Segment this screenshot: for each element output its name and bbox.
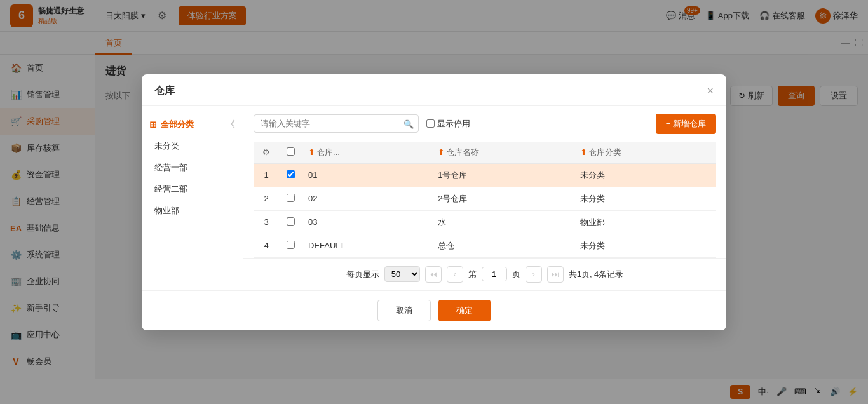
last-page-button[interactable]: ⏭ bbox=[547, 266, 564, 283]
add-warehouse-button[interactable]: + 新增仓库 bbox=[656, 114, 716, 134]
modal-overlay: 仓库 × ⊞ 全部分类 《 未分类 经营一部 经营二部 物业部 bbox=[0, 0, 868, 404]
category-panel: ⊞ 全部分类 《 未分类 经营一部 经营二部 物业部 bbox=[142, 106, 243, 290]
row-code-2: 02 bbox=[302, 187, 431, 210]
row-category-4: 未分类 bbox=[574, 234, 716, 257]
row-code-4: DEFAULT bbox=[302, 234, 431, 257]
table-row[interactable]: 4 DEFAULT 总仓 未分类 bbox=[254, 234, 716, 257]
sort-cat-icon: ⬆ bbox=[580, 147, 587, 157]
per-page-select[interactable]: 50 10 20 100 bbox=[384, 266, 420, 282]
row-name-3: 水 bbox=[431, 210, 574, 234]
row-name-1: 1号仓库 bbox=[431, 163, 574, 187]
show-disabled-label: 显示停用 bbox=[426, 118, 470, 130]
search-input[interactable] bbox=[254, 114, 419, 133]
row-checkbox-3 bbox=[279, 210, 302, 234]
category-item-property[interactable]: 物业部 bbox=[142, 200, 243, 222]
row-name-2: 2号仓库 bbox=[431, 187, 574, 210]
modal-title: 仓库 bbox=[154, 84, 175, 98]
page-label: 第 bbox=[468, 269, 477, 280]
row-action-3: 3 bbox=[254, 210, 279, 234]
search-bar: 🔍 显示停用 + 新增仓库 bbox=[243, 106, 726, 142]
row-code-3: 03 bbox=[302, 210, 431, 234]
modal-close-button[interactable]: × bbox=[707, 85, 714, 97]
search-icon[interactable]: 🔍 bbox=[403, 119, 414, 128]
search-input-wrap: 🔍 bbox=[254, 114, 419, 133]
modal-body: ⊞ 全部分类 《 未分类 经营一部 经营二部 物业部 🔍 bbox=[142, 106, 726, 290]
warehouse-modal: 仓库 × ⊞ 全部分类 《 未分类 经营一部 经营二部 物业部 bbox=[142, 74, 726, 330]
row-checkbox-2 bbox=[279, 187, 302, 210]
col-name: ⬆仓库名称 bbox=[431, 142, 574, 164]
sort-code-icon: ⬆ bbox=[308, 147, 315, 157]
row-checkbox-4 bbox=[279, 234, 302, 257]
collapse-category-button[interactable]: 《 bbox=[226, 119, 235, 130]
row-select-1[interactable] bbox=[287, 170, 295, 178]
page-number-input[interactable] bbox=[482, 267, 507, 281]
row-select-2[interactable] bbox=[287, 194, 295, 202]
prev-page-button[interactable]: ‹ bbox=[447, 266, 463, 283]
row-action-4: 4 bbox=[254, 234, 279, 257]
row-category-2: 未分类 bbox=[574, 187, 716, 210]
row-action-1: 1 bbox=[254, 163, 279, 187]
warehouse-table: ⚙ ⬆仓库... ⬆仓库名称 ⬆仓库分类 1 01 bbox=[243, 142, 726, 258]
warehouse-data-table: ⚙ ⬆仓库... ⬆仓库名称 ⬆仓库分类 1 01 bbox=[254, 142, 716, 258]
category-header: ⊞ 全部分类 《 bbox=[142, 114, 243, 135]
table-row[interactable]: 1 01 1号仓库 未分类 bbox=[254, 163, 716, 187]
row-select-4[interactable] bbox=[287, 241, 295, 249]
grid-icon: ⊞ bbox=[149, 119, 157, 130]
row-category-3: 物业部 bbox=[574, 210, 716, 234]
row-code-1: 01 bbox=[302, 163, 431, 187]
category-all-button[interactable]: ⊞ 全部分类 bbox=[149, 119, 194, 130]
row-checkbox-1 bbox=[279, 163, 302, 187]
row-name-4: 总仓 bbox=[431, 234, 574, 257]
modal-footer: 取消 确定 bbox=[142, 290, 726, 330]
next-page-button[interactable]: › bbox=[526, 266, 542, 283]
total-info: 共1页, 4条记录 bbox=[569, 269, 624, 280]
col-code: ⬆仓库... bbox=[302, 142, 431, 164]
category-item-ops2[interactable]: 经营二部 bbox=[142, 178, 243, 200]
row-select-3[interactable] bbox=[287, 217, 295, 226]
first-page-button[interactable]: ⏮ bbox=[425, 266, 442, 283]
select-all-checkbox[interactable] bbox=[287, 147, 295, 156]
sort-name-icon: ⬆ bbox=[438, 147, 445, 157]
table-row[interactable]: 2 02 2号仓库 未分类 bbox=[254, 187, 716, 210]
page-unit: 页 bbox=[512, 269, 520, 280]
table-row[interactable]: 3 03 水 物业部 bbox=[254, 210, 716, 234]
category-item-unclassified[interactable]: 未分类 bbox=[142, 135, 243, 157]
row-action-2: 2 bbox=[254, 187, 279, 210]
row-category-1: 未分类 bbox=[574, 163, 716, 187]
content-panel: 🔍 显示停用 + 新增仓库 ⚙ bbox=[243, 106, 726, 290]
show-disabled-checkbox[interactable] bbox=[426, 119, 435, 128]
per-page-label: 每页显示 bbox=[346, 269, 379, 280]
confirm-button[interactable]: 确定 bbox=[438, 300, 491, 321]
col-checkbox bbox=[279, 142, 302, 164]
table-header-row: ⚙ ⬆仓库... ⬆仓库名称 ⬆仓库分类 bbox=[254, 142, 716, 164]
category-item-ops1[interactable]: 经营一部 bbox=[142, 157, 243, 178]
cancel-button[interactable]: 取消 bbox=[377, 300, 431, 321]
modal-header: 仓库 × bbox=[142, 74, 726, 106]
col-settings: ⚙ bbox=[254, 142, 279, 164]
col-category: ⬆仓库分类 bbox=[574, 142, 716, 164]
pagination: 每页显示 50 10 20 100 ⏮ ‹ 第 页 › ⏭ 共1页, 4条记录 bbox=[243, 258, 726, 290]
